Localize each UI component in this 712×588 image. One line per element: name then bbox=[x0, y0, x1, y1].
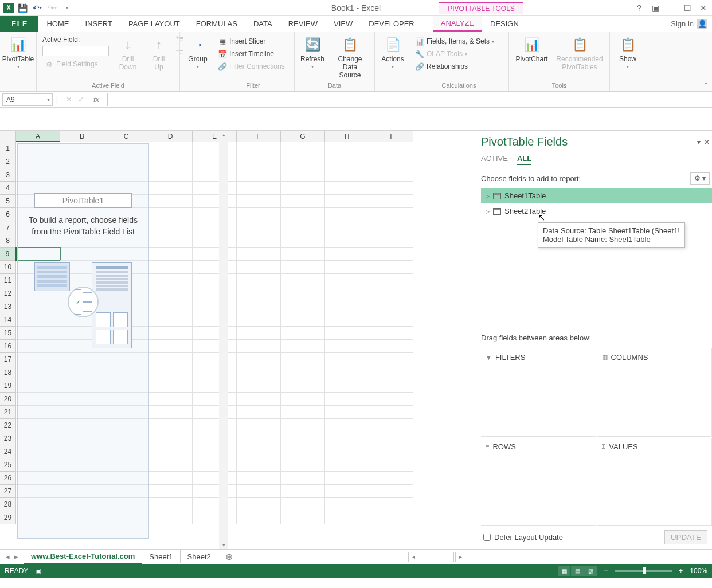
cell[interactable] bbox=[281, 274, 325, 287]
cell[interactable] bbox=[369, 393, 413, 406]
cell[interactable] bbox=[281, 432, 325, 445]
cell[interactable] bbox=[369, 327, 413, 340]
cell[interactable] bbox=[148, 142, 193, 155]
cell[interactable] bbox=[281, 142, 325, 155]
cell[interactable] bbox=[148, 419, 193, 432]
cell[interactable] bbox=[237, 274, 281, 287]
cell[interactable] bbox=[237, 261, 281, 274]
cell[interactable] bbox=[369, 155, 413, 168]
cell[interactable] bbox=[281, 353, 325, 366]
cell[interactable] bbox=[281, 155, 325, 168]
cell[interactable] bbox=[148, 432, 193, 445]
row-header[interactable]: 9 bbox=[0, 248, 16, 261]
row-header[interactable]: 1 bbox=[0, 142, 16, 155]
cell[interactable] bbox=[148, 287, 193, 300]
expand-icon[interactable]: ▷ bbox=[486, 193, 490, 199]
cell[interactable] bbox=[325, 155, 369, 168]
cell[interactable] bbox=[281, 419, 325, 432]
cell[interactable] bbox=[237, 406, 281, 419]
cell[interactable] bbox=[237, 472, 281, 485]
cell[interactable] bbox=[325, 485, 369, 498]
cell[interactable] bbox=[237, 234, 281, 248]
cell[interactable] bbox=[281, 379, 325, 393]
cell[interactable] bbox=[369, 142, 413, 155]
pane-dropdown-icon[interactable]: ▾ bbox=[697, 138, 701, 146]
horizontal-scrollbar[interactable]: ◂▸ bbox=[408, 552, 712, 562]
cell[interactable] bbox=[325, 261, 369, 274]
cell[interactable] bbox=[325, 248, 369, 261]
tab-data[interactable]: DATA bbox=[245, 16, 280, 32]
field-table-sheet2[interactable]: ▷ Sheet2Table bbox=[481, 203, 712, 219]
cell[interactable] bbox=[369, 313, 413, 327]
cell[interactable] bbox=[193, 419, 237, 432]
row-header[interactable]: 22 bbox=[0, 419, 16, 432]
sheet-tab-1[interactable]: Sheet1 bbox=[142, 550, 180, 563]
cell[interactable] bbox=[369, 419, 413, 432]
cell[interactable] bbox=[281, 195, 325, 208]
column-header[interactable]: D bbox=[148, 131, 193, 142]
row-header[interactable]: 4 bbox=[0, 182, 16, 195]
cell[interactable] bbox=[325, 274, 369, 287]
row-header[interactable]: 26 bbox=[0, 472, 16, 485]
cell[interactable] bbox=[148, 445, 193, 458]
cell[interactable] bbox=[369, 274, 413, 287]
cell[interactable] bbox=[237, 458, 281, 472]
zoom-out-button[interactable]: − bbox=[601, 567, 610, 575]
cell[interactable] bbox=[369, 458, 413, 472]
cell[interactable] bbox=[325, 406, 369, 419]
cell[interactable] bbox=[369, 353, 413, 366]
cell[interactable] bbox=[237, 287, 281, 300]
close-icon[interactable]: ✕ bbox=[697, 2, 710, 14]
cell[interactable] bbox=[281, 208, 325, 221]
row-header[interactable]: 18 bbox=[0, 366, 16, 379]
cell[interactable] bbox=[281, 168, 325, 182]
page-layout-view-button[interactable]: ▤ bbox=[571, 566, 584, 576]
vertical-scrollbar[interactable] bbox=[219, 131, 228, 549]
tab-page-layout[interactable]: PAGE LAYOUT bbox=[120, 16, 188, 32]
pane-tab-all[interactable]: ALL bbox=[517, 154, 531, 165]
cell[interactable] bbox=[369, 511, 413, 524]
row-header[interactable]: 3 bbox=[0, 168, 16, 182]
column-header[interactable]: B bbox=[60, 131, 104, 142]
enter-formula-icon[interactable]: ✓ bbox=[78, 95, 84, 104]
cell[interactable] bbox=[281, 313, 325, 327]
row-header[interactable]: 19 bbox=[0, 379, 16, 393]
refresh-button[interactable]: 🔄 Refresh▾ bbox=[298, 34, 327, 70]
pane-tab-active[interactable]: ACTIVE bbox=[481, 154, 508, 165]
cell[interactable] bbox=[237, 498, 281, 511]
cell[interactable] bbox=[281, 182, 325, 195]
select-all-corner[interactable] bbox=[0, 131, 16, 142]
column-header[interactable]: H bbox=[325, 131, 369, 142]
pane-tools-button[interactable]: ⚙ ▾ bbox=[690, 172, 710, 185]
cell[interactable] bbox=[148, 340, 193, 353]
expand-icon[interactable]: ▷ bbox=[486, 209, 490, 214]
cell[interactable] bbox=[325, 208, 369, 221]
cell[interactable] bbox=[369, 182, 413, 195]
rows-drop-zone[interactable]: ≡ROWS bbox=[481, 438, 596, 526]
cell[interactable] bbox=[148, 327, 193, 340]
cell[interactable] bbox=[281, 287, 325, 300]
row-header[interactable]: 23 bbox=[0, 432, 16, 445]
cell[interactable] bbox=[193, 155, 237, 168]
cell[interactable] bbox=[325, 445, 369, 458]
zoom-level[interactable]: 100% bbox=[690, 567, 707, 575]
cell[interactable] bbox=[193, 261, 237, 274]
tab-nav-next-icon[interactable]: ▸ bbox=[14, 552, 18, 561]
cell[interactable] bbox=[148, 511, 193, 524]
tab-nav-prev-icon[interactable]: ◂ bbox=[6, 552, 10, 561]
cell[interactable] bbox=[237, 221, 281, 234]
filter-connections-button[interactable]: 🔗Filter Connections bbox=[216, 61, 287, 72]
cell[interactable] bbox=[325, 195, 369, 208]
cell[interactable] bbox=[193, 313, 237, 327]
cell[interactable] bbox=[148, 353, 193, 366]
cell[interactable] bbox=[325, 221, 369, 234]
cell[interactable] bbox=[237, 419, 281, 432]
row-header[interactable]: 8 bbox=[0, 234, 16, 248]
cell[interactable] bbox=[369, 472, 413, 485]
columns-drop-zone[interactable]: ▥COLUMNS bbox=[597, 348, 713, 437]
cell[interactable] bbox=[148, 472, 193, 485]
tab-file[interactable]: FILE bbox=[0, 16, 38, 32]
cell[interactable] bbox=[281, 406, 325, 419]
column-header[interactable]: C bbox=[104, 131, 148, 142]
cell[interactable] bbox=[148, 221, 193, 234]
